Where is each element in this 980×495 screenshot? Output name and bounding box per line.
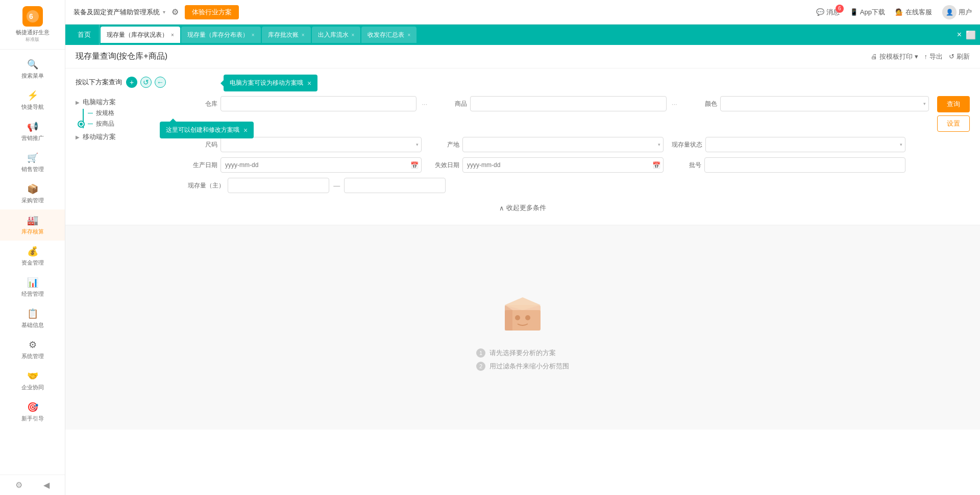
filter-prod-date: 生产日期 📅 [188,157,422,173]
collapse-sidebar-btn[interactable]: ◀ [43,480,50,490]
add-scheme-btn[interactable]: + [126,77,137,88]
tab-close-inventory-status[interactable]: × [171,32,174,38]
sidebar-item-purchase[interactable]: 📦 采购管理 [0,178,65,209]
collapse-more-btn[interactable]: ∧ 收起更多条件 [76,199,970,217]
scheme-tooltip-close[interactable]: × [307,79,311,87]
filter-btn-group: 查询 设置 [937,96,970,132]
sidebar-item-operation[interactable]: 📊 经营管理 [0,272,65,303]
print-icon: 🖨 [871,53,877,60]
sidebar: 6 畅捷通好生意 标准版 🔍 搜索菜单 ⚡ 快捷导航 📢 营销推广 🛒 销售管理… [0,0,65,495]
close-all-tabs-btn[interactable]: × [957,30,962,40]
empty-illustration [495,282,551,338]
back-scheme-btn[interactable]: ← [155,77,166,88]
system-name-arrow: ▾ [163,9,165,15]
page-content: 现存量查询(按仓库+商品) 🖨 按模板打印 ▾ ↑ 导出 ↺ 刷新 [65,45,980,495]
svg-point-6 [515,315,520,320]
user-btn[interactable]: 👤 用户 [942,5,972,19]
filter-warehouse: 仓库 ··· [188,96,429,111]
stock-status-label: 现存量状态 [672,140,702,149]
trial-button[interactable]: 体验行业方案 [185,5,239,19]
origin-label: 产地 [430,140,459,149]
logo-icon: 6 [22,6,43,27]
filter-icons: + ↺ ← [126,77,166,88]
sidebar-nav: 🔍 搜索菜单 ⚡ 快捷导航 📢 营销推广 🛒 销售管理 📦 采购管理 🏭 库存核… [0,50,65,475]
inventory-max-input[interactable] [344,178,446,193]
search-button[interactable]: 查询 [937,96,970,112]
tab-close-inventory-dist[interactable]: × [252,32,255,38]
sidebar-item-quick[interactable]: ⚡ 快捷导航 [0,85,65,116]
export-btn[interactable]: ↑ 导出 [924,52,943,61]
system-name[interactable]: 装备及固定资产辅助管理系统 ▾ [74,8,165,17]
expiry-date-label: 失效日期 [430,161,459,170]
sidebar-item-search[interactable]: 🔍 搜索菜单 [0,54,65,85]
size-select[interactable] [220,137,422,152]
product-input[interactable] [470,96,666,111]
print-btn[interactable]: 🖨 按模板打印 ▾ [871,52,918,61]
print-arrow-icon: ▾ [915,53,918,60]
filter-row-3: 生产日期 📅 失效日期 📅 [188,157,970,173]
filter-body: ▶ 电脑端方案 按规格 按商品 [76,96,970,195]
pc-group-arrow: ▶ [76,100,80,105]
online-service-btn[interactable]: 💁 在线客服 [895,8,932,17]
sidebar-item-sales[interactable]: 🛒 销售管理 [0,147,65,178]
batch-input[interactable] [704,157,905,173]
prod-date-input[interactable] [220,157,422,173]
refresh-btn[interactable]: ↺ 刷新 [949,52,970,61]
logo-area: 6 畅捷通好生意 标准版 [0,0,65,50]
page-title: 现存量查询(按仓库+商品) [76,51,167,62]
tab-inventory-dist[interactable]: 现存量（库存分布表） × [181,27,261,43]
settings-footer-btn[interactable]: ⚙ [15,480,22,490]
color-select[interactable] [720,96,929,111]
sidebar-footer: ⚙ ◀ [0,475,65,495]
warehouse-label: 仓库 [188,100,217,108]
sidebar-item-marketing[interactable]: 📢 营销推广 [0,116,65,147]
tab-summary[interactable]: 收发存汇总表 × [361,27,416,43]
sidebar-item-enterprise[interactable]: 🤝 企业协同 [0,365,65,396]
tab-home[interactable]: 首页 [69,25,100,45]
tab-stock-flow[interactable]: 出入库流水 × [312,27,361,43]
maximize-btn[interactable]: ⬜ [966,30,976,40]
user-avatar-icon: 👤 [946,9,953,16]
tab-close-batch-ledger[interactable]: × [302,32,305,38]
page-actions: 🖨 按模板打印 ▾ ↑ 导出 ↺ 刷新 [871,52,970,61]
export-icon: ↑ [924,53,928,60]
logo-text: 畅捷通好生意 标准版 [16,29,50,43]
mobile-scheme-label: 移动端方案 [83,132,116,142]
reset-button[interactable]: 设置 [937,115,970,132]
sidebar-item-guide[interactable]: 🎯 新手引导 [0,396,65,428]
guide-icon: 🎯 [27,402,38,413]
app-download-btn[interactable]: 📱 App下载 [850,8,885,17]
tab-bar: 首页 现存量（库存状况表） × 现存量（库存分布表） × 库存批次账 × 出入库… [65,25,980,45]
inventory-min-input[interactable] [228,178,329,193]
stock-status-select[interactable] [705,137,905,152]
tab-inventory-status[interactable]: 现存量（库存状况表） × [101,27,180,43]
refresh-scheme-btn[interactable]: ↺ [140,77,152,88]
content-area: 1 请先选择要分析的方案 2 用过滤条件来缩小分析范围 [65,225,980,430]
sidebar-item-warehouse[interactable]: 🏭 库存核算 [0,209,65,241]
edit-scheme-tooltip: 这里可以创建和修改方案哦 × [160,122,254,138]
origin-select[interactable] [462,137,664,152]
message-btn[interactable]: 💬 消息 6 [816,8,840,17]
tab-close-summary[interactable]: × [407,32,410,38]
expiry-date-input[interactable] [462,157,664,173]
tab-batch-ledger[interactable]: 库存批次账 × [262,27,311,43]
sidebar-item-system[interactable]: ⚙ 系统管理 [0,334,65,365]
warehouse-dots: ··· [420,100,429,108]
expiry-date-cal-icon: 📅 [652,161,660,169]
sidebar-item-finance[interactable]: 💰 资金管理 [0,241,65,272]
tab-close-stock-flow[interactable]: × [352,32,355,38]
scheme-child-1[interactable]: 按规格 [88,109,178,117]
quick-icon: ⚡ [27,90,38,101]
filter-inventory-main: 现存量（主） — [188,178,446,193]
scheme-tree-panel: ▶ 电脑端方案 按规格 按商品 [76,96,178,195]
edit-tooltip-close[interactable]: × [243,126,248,134]
warehouse-input[interactable] [220,96,416,111]
phone-icon: 📱 [850,8,858,16]
filter-origin: 产地 ▾ [430,137,664,152]
sidebar-item-basic[interactable]: 📋 基础信息 [0,303,65,334]
settings-icon[interactable]: ⚙ [172,7,179,17]
user-avatar: 👤 [942,5,957,19]
color-label: 颜色 [688,100,717,108]
inventory-main-range: — [228,178,446,193]
empty-hint-1: 1 请先选择要分析的方案 [476,346,569,360]
